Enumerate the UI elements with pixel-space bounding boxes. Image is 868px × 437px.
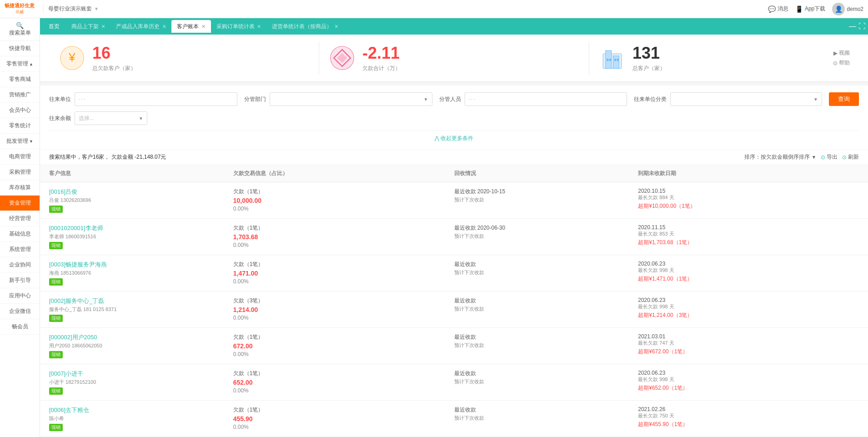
building-icon: [598, 45, 626, 72]
svg-text:¥: ¥: [68, 51, 75, 64]
sidebar-item-wholesale[interactable]: 批发管理 ▼: [0, 134, 40, 149]
collapse-filters-button[interactable]: ⋀ 收起更多条件: [49, 131, 859, 142]
video-button[interactable]: ▶ 视频: [833, 49, 850, 57]
sidebar: 🔍 搜索菜单 快捷导航 零售管理 ▲ 零售商城 营销推广 会员中心 零售统计 批…: [0, 18, 40, 437]
app-download-button[interactable]: 📱 App下载: [795, 5, 825, 13]
customer-name-6[interactable]: [0006]去下粮仓: [49, 406, 233, 414]
tab-product-history[interactable]: 产成品入库单历史 ×: [110, 20, 171, 33]
debt-info-5: 欠款（1笔） 652.00 0.00%: [233, 370, 454, 394]
tab-close-icon-2[interactable]: ×: [162, 23, 166, 30]
debt-info-3: 欠款（3笔） 1,214.00 0.00%: [233, 297, 454, 321]
overdue-link-1[interactable]: 超期¥1,703.68（1笔）: [638, 239, 859, 246]
sidebar-item-enterprise[interactable]: 企业协同: [0, 257, 40, 273]
results-info: 搜索结果中，客户16家， 欠款金额 -21,148.07元 排序：按欠款金额倒序…: [40, 150, 868, 165]
money-icon: ¥: [58, 45, 85, 72]
user-profile[interactable]: 👤 demo2: [832, 3, 863, 15]
sidebar-item-inventory[interactable]: 库存核算: [0, 180, 40, 196]
tab-home[interactable]: 首页: [42, 23, 66, 30]
sort-selector[interactable]: 排序：按欠款金额倒序排序 ▼: [744, 153, 816, 161]
tab-maximize-button[interactable]: ⛶: [858, 22, 866, 30]
customer-name-5[interactable]: [0007]小进干: [49, 370, 233, 378]
tab-customer-account[interactable]: 客户账本 ×: [171, 20, 211, 33]
sidebar-item-search[interactable]: 🔍 搜索菜单: [0, 18, 40, 41]
filter-dept: 分管部门 ▼: [244, 92, 432, 106]
sidebar-item-finance[interactable]: 资金管理: [0, 196, 40, 211]
tab-minimize-button[interactable]: —: [849, 22, 856, 30]
logo-area: 畅捷通好生意 示威: [5, 3, 43, 15]
customer-name-0[interactable]: [0016]吕俊: [49, 188, 233, 196]
filter-balance: 往来余额 选择... ▼: [49, 111, 859, 125]
customer-contact-3: 服务中心_丁磊 181 0125 8371: [49, 306, 233, 313]
tab-close-icon-3[interactable]: ×: [201, 23, 205, 30]
tab-close-icon[interactable]: ×: [101, 23, 105, 30]
filter-unit-category: 往来单位分类 ▼: [634, 92, 822, 106]
customer-tag-4: 现销: [49, 351, 63, 358]
person-input[interactable]: ···: [465, 92, 627, 106]
sidebar-item-chang-member[interactable]: 畅会员: [0, 319, 40, 335]
overdue-info-2: 2020.06.23 最长欠款 998 天 超期¥1,471.00（1笔）: [638, 261, 859, 283]
export-button[interactable]: ⊙ 导出: [821, 153, 838, 161]
payback-info-2: 最近收款 预计下次收款: [454, 261, 638, 276]
message-icon: 💬: [768, 5, 776, 13]
collapse-icon: ⋀: [435, 135, 441, 141]
main-layout: 🔍 搜索菜单 快捷导航 零售管理 ▲ 零售商城 营销推广 会员中心 零售统计 批…: [0, 18, 868, 437]
svg-rect-8: [607, 59, 608, 61]
sidebar-item-retail-mgmt[interactable]: 零售管理 ▲: [0, 56, 40, 72]
overdue-link-4[interactable]: 超期¥672.00（1笔）: [638, 348, 859, 356]
refresh-button[interactable]: ⊙ 刷新: [842, 153, 859, 161]
customer-name-2[interactable]: [0003]畅捷服务尹海燕: [49, 261, 233, 269]
overdue-link-2[interactable]: 超期¥1,471.00（1笔）: [638, 275, 859, 283]
customer-name-4[interactable]: [000002]用户2050: [49, 333, 233, 342]
payback-info-6: 最近收款 预计下次收款: [454, 406, 638, 422]
debt-info-6: 欠款（1笔） 455.90 0.00%: [233, 406, 454, 430]
customer-name-3[interactable]: [0002]服务中心_丁磊: [49, 297, 233, 305]
filter-row-1: 往来单位 ··· 分管部门 ▼ 分管人员: [49, 92, 859, 106]
table-row: [000002]用户2050 用户2050 18665062050 现销 欠款（…: [40, 328, 868, 364]
help-button[interactable]: ⊙ 帮助: [833, 59, 850, 67]
tab-close-icon-5[interactable]: ×: [335, 23, 338, 30]
query-button[interactable]: 查询: [829, 92, 859, 106]
help-icon: ⊙: [833, 60, 838, 66]
sidebar-item-purchase[interactable]: 采购管理: [0, 165, 40, 180]
overdue-link-3[interactable]: 超期¥1,214.00（3笔）: [638, 311, 859, 319]
overdue-link-6[interactable]: 超期¥455.90（1笔）: [638, 421, 859, 428]
customer-tag-3: 现销: [49, 315, 63, 322]
customer-tag-2: 现销: [49, 278, 63, 286]
sidebar-item-retail-stats[interactable]: 零售统计: [0, 118, 40, 134]
company-selector[interactable]: 母婴行业演示账套 ▼: [43, 5, 768, 13]
header-debt: 欠款交易信息（占比）: [233, 170, 454, 177]
overdue-info-0: 2020.10.15 最长欠款 884 天 超期¥10,000.00（1笔）: [638, 188, 859, 210]
filter-area: 往来单位 ··· 分管部门 ▼ 分管人员: [40, 85, 868, 149]
tab-purchase-stats[interactable]: 采购订单统计表 ×: [211, 20, 266, 33]
dept-select[interactable]: ▼: [270, 92, 432, 106]
tab-bar: 首页 商品上下架 × 产成品入库单历史 × 客户账本 × 采购订单统计表 × 进…: [40, 18, 868, 35]
source-unit-input[interactable]: ···: [75, 92, 237, 106]
stat-info-debt-customers: 16 总欠款客户（家）: [92, 44, 136, 72]
filter-row-2: 往来余额 选择... ▼: [49, 111, 859, 125]
tab-close-icon-4[interactable]: ×: [257, 23, 261, 30]
sidebar-item-quick-nav[interactable]: 快捷导航: [0, 41, 40, 56]
customer-name-1[interactable]: [0001020001]李老师: [49, 224, 233, 232]
tab-inbound-stats[interactable]: 进货单统计表（按商品） ×: [266, 20, 344, 33]
message-button[interactable]: 💬 消息: [768, 5, 788, 13]
tab-product-listing[interactable]: 商品上下架 ×: [66, 20, 110, 33]
sidebar-item-member-center[interactable]: 会员中心: [0, 103, 40, 118]
sidebar-item-system[interactable]: 系统管理: [0, 242, 40, 257]
sidebar-item-app-center[interactable]: 应用中心: [0, 288, 40, 304]
sidebar-item-basic-info[interactable]: 基础信息: [0, 226, 40, 242]
sidebar-item-enterprise-wechat[interactable]: 企业微信: [0, 304, 40, 319]
balance-select[interactable]: 选择... ▼: [75, 111, 147, 125]
stat-info-total-customers: 131 总客户（家）: [632, 44, 665, 72]
sidebar-item-beginner[interactable]: 新手引导: [0, 273, 40, 288]
sidebar-item-marketing[interactable]: 营销推广: [0, 87, 40, 103]
overdue-link-0[interactable]: 超期¥10,000.00（1笔）: [638, 202, 859, 210]
sidebar-item-ecommerce[interactable]: 电商管理: [0, 149, 40, 165]
sidebar-item-operations[interactable]: 经营管理: [0, 211, 40, 226]
sort-dropdown-icon: ▼: [812, 155, 816, 160]
stats-row: ¥ 16 总欠款客户（家）: [40, 35, 868, 82]
unit-category-select[interactable]: ▼: [670, 92, 822, 106]
sidebar-item-retail-mall[interactable]: 零售商城: [0, 72, 40, 87]
overdue-link-5[interactable]: 超期¥652.00（1笔）: [638, 384, 859, 392]
table-row: [0002]服务中心_丁磊 服务中心_丁磊 181 0125 8371 现销 欠…: [40, 291, 868, 328]
table-row: [0001020001]李老师 李老师 18600391516 现销 欠款（1笔…: [40, 219, 868, 255]
